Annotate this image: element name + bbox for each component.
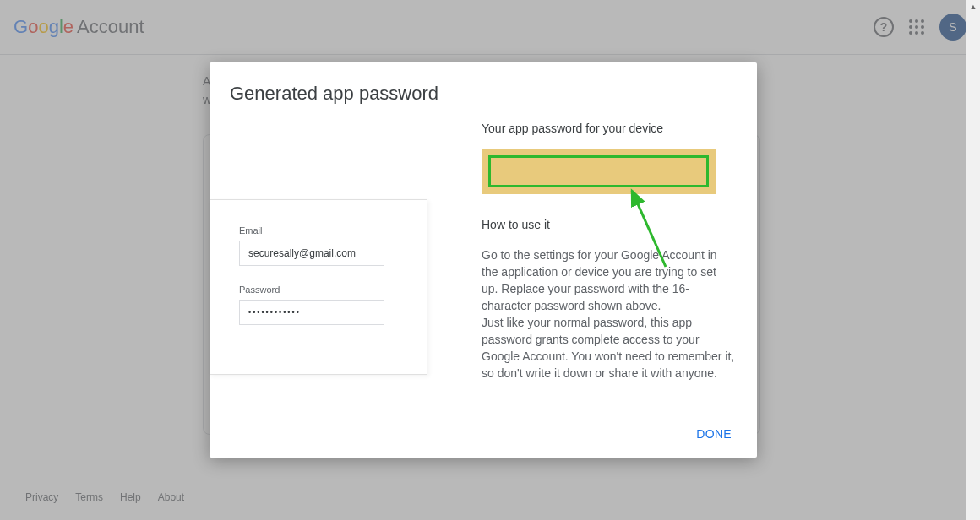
password-field[interactable]	[239, 300, 384, 325]
app-password-modal: Generated app password Email Password Yo…	[210, 62, 757, 458]
email-label: Email	[239, 225, 398, 236]
vertical-scrollbar[interactable]: ▲	[966, 0, 980, 520]
instructions-column: Your app password for your device How to…	[482, 122, 735, 382]
done-button[interactable]: DONE	[696, 427, 732, 441]
generated-password-box[interactable]	[482, 149, 716, 194]
instructions-text: Go to the settings for your Google Accou…	[482, 246, 735, 382]
modal-title: Generated app password	[230, 83, 737, 105]
login-preview-card: Email Password	[210, 199, 427, 375]
howto-heading: How to use it	[482, 218, 735, 231]
password-heading: Your app password for your device	[482, 122, 735, 135]
email-field[interactable]	[239, 241, 384, 266]
scroll-up-arrow-icon[interactable]: ▲	[966, 0, 980, 14]
password-label: Password	[239, 284, 398, 295]
password-highlight	[488, 155, 709, 187]
